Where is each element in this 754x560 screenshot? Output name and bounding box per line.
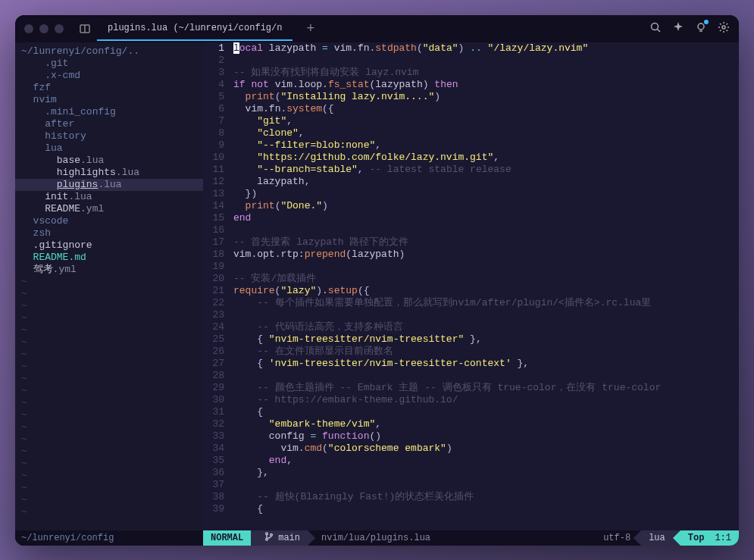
tree-item[interactable]: highlights.lua <box>15 167 203 179</box>
code-line[interactable]: end, <box>233 455 739 467</box>
svg-point-6 <box>722 26 725 29</box>
code-line[interactable]: }) <box>233 188 739 200</box>
terminal-window: plugins.lua (~/lunrenyi/config/n + ~/lun… <box>15 15 739 546</box>
code-line[interactable]: -- 代码语法高亮，支持多种语言 <box>233 321 739 333</box>
tree-item[interactable]: README.yml <box>15 203 203 215</box>
status-location: 1:1 <box>712 530 739 546</box>
code-line[interactable]: vim.fn.system({ <box>233 103 739 115</box>
code-line[interactable]: -- 颜色主题插件 -- Embark 主题 -- 调色板只有 true-col… <box>233 382 739 394</box>
svg-point-4 <box>698 23 704 30</box>
code-line[interactable]: "https://github.com/folke/lazy.nvim.git"… <box>233 152 739 164</box>
tree-item[interactable]: nvim <box>15 94 203 106</box>
code-content[interactable]: local lazypath = vim.fn.stdpath("data") … <box>229 42 739 530</box>
tree-item[interactable]: vscode <box>15 215 203 227</box>
code-line[interactable]: config = function() <box>233 430 739 443</box>
split-pane-icon[interactable] <box>79 23 91 35</box>
code-line[interactable] <box>233 370 739 382</box>
code-line[interactable]: { <box>233 503 739 515</box>
titlebar: plugins.lua (~/lunrenyi/config/n + <box>15 15 739 42</box>
code-line[interactable]: print("Done.") <box>233 200 739 212</box>
tree-item[interactable]: zsh <box>15 227 203 239</box>
status-file: nvim/lua/plugins.lua <box>308 530 597 546</box>
git-branch-icon <box>264 532 274 544</box>
code-line[interactable]: "--branch=stable", -- latest stable rele… <box>233 164 739 176</box>
code-line[interactable]: "git", <box>233 115 739 127</box>
minimize-window-button[interactable] <box>39 24 48 33</box>
code-line[interactable]: { <box>233 406 739 418</box>
code-line[interactable]: vim.opt.rtp:prepend(lazypath) <box>233 249 739 261</box>
code-pane: 1234567891011121314151617181920212223242… <box>203 42 739 530</box>
code-line[interactable]: end <box>233 212 739 224</box>
bulb-icon[interactable] <box>695 21 707 36</box>
code-line[interactable]: "--filter=blob:none", <box>233 139 739 152</box>
code-line[interactable]: print("Installing lazy.nvim....") <box>233 91 739 103</box>
code-line[interactable]: -- 首先搜索 lazypath 路径下的文件 <box>233 236 739 249</box>
tree-item[interactable]: history <box>15 130 203 142</box>
tree-item[interactable]: base.lua <box>15 155 203 167</box>
svg-line-3 <box>658 30 661 33</box>
code-line[interactable] <box>233 479 739 491</box>
code-line[interactable]: { "nvim-treesitter/nvim-treesitter" }, <box>233 333 739 346</box>
tree-item[interactable]: README.md <box>15 252 203 264</box>
status-left-path: ~/lunrenyi/config <box>15 530 203 546</box>
maximize-window-button[interactable] <box>55 24 64 33</box>
tree-item[interactable]: fzf <box>15 82 203 94</box>
code-line[interactable]: -- https://embark-theme.github.io/ <box>233 394 739 406</box>
code-line[interactable]: -- 安装/加载插件 <box>233 273 739 285</box>
file-tree[interactable]: ~/lunrenyi/config/.. .git .x-cmd fzf nvi… <box>15 42 203 530</box>
svg-point-9 <box>271 533 273 536</box>
tree-item[interactable]: .gitignore <box>15 239 203 252</box>
status-filetype: lua <box>641 530 673 546</box>
svg-point-2 <box>652 23 659 30</box>
close-window-button[interactable] <box>24 24 33 33</box>
code-line[interactable] <box>233 309 739 321</box>
status-encoding: utf-8 <box>597 530 641 546</box>
tree-item[interactable]: .x-cmd <box>15 70 203 82</box>
code-line[interactable]: -- 如果没有找到将自动安装 layz.nvim <box>233 67 739 79</box>
statusbar: ~/lunrenyi/config NORMAL main nvim/lua/p… <box>15 530 739 546</box>
tree-item[interactable]: .git <box>15 58 203 70</box>
status-branch-name: main <box>278 533 300 543</box>
line-number-gutter: 1234567891011121314151617181920212223242… <box>203 42 229 530</box>
code-line[interactable]: vim.cmd("colorscheme embark") <box>233 443 739 455</box>
editor-area: ~/lunrenyi/config/.. .git .x-cmd fzf nvi… <box>15 42 739 530</box>
status-branch: main <box>251 530 308 546</box>
tree-root[interactable]: ~/lunrenyi/config/.. <box>15 45 203 58</box>
sparkle-icon[interactable] <box>672 21 684 36</box>
tree-item[interactable]: .mini_config <box>15 106 203 118</box>
tab-active[interactable]: plugins.lua (~/lunrenyi/config/n <box>97 17 293 41</box>
window-controls <box>24 24 64 33</box>
code-line[interactable]: }, <box>233 467 739 479</box>
code-line[interactable]: require("lazy").setup({ <box>233 285 739 297</box>
code-line[interactable]: -- 每个插件如果需要单独配置，那么就写到nvim/after/plugin/<… <box>233 297 739 309</box>
new-tab-button[interactable]: + <box>299 21 322 36</box>
code-line[interactable] <box>233 224 739 236</box>
status-position: Top <box>680 530 712 546</box>
settings-gear-icon[interactable] <box>718 21 730 36</box>
code-line[interactable]: { 'nvim-treesitter/nvim-treesitter-conte… <box>233 358 739 370</box>
search-icon[interactable] <box>649 21 662 36</box>
code-line[interactable]: lazypath, <box>233 176 739 188</box>
code-line[interactable]: -- 超快(Blazingly Fast!)的状态栏美化插件 <box>233 491 739 503</box>
code-line[interactable]: "clone", <box>233 127 739 139</box>
code-line[interactable] <box>233 55 739 67</box>
tree-item[interactable]: lua <box>15 142 203 155</box>
code-line[interactable]: local lazypath = vim.fn.stdpath("data") … <box>233 42 739 55</box>
code-line[interactable] <box>233 261 739 273</box>
status-mode: NORMAL <box>203 530 251 546</box>
tree-item[interactable]: 驾考.yml <box>15 264 203 276</box>
tree-item[interactable]: plugins.lua <box>15 179 203 191</box>
svg-point-8 <box>266 538 268 540</box>
code-line[interactable]: "embark-theme/vim", <box>233 418 739 430</box>
code-line[interactable]: -- 在文件顶部显示目前函数名 <box>233 346 739 358</box>
svg-point-7 <box>266 533 268 535</box>
tree-item[interactable]: init.lua <box>15 191 203 203</box>
tree-item[interactable]: after <box>15 118 203 130</box>
code-line[interactable]: if not vim.loop.fs_stat(lazypath) then <box>233 79 739 91</box>
